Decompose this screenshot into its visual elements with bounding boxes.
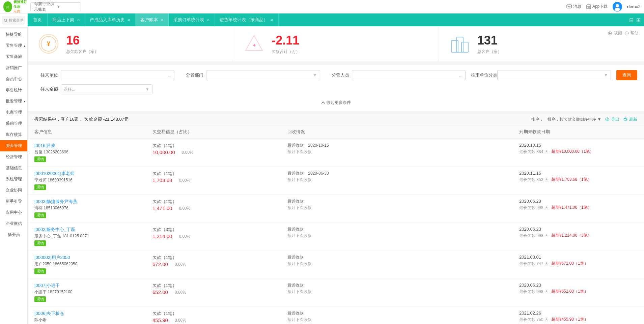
svg-text:?: ? bbox=[626, 32, 627, 35]
sidebar-item-free-member[interactable]: 畅会员 bbox=[0, 229, 27, 240]
stat-info-total-debt: -2.11 欠款合计（万） bbox=[272, 33, 428, 55]
customer-tag: 现销 bbox=[34, 212, 46, 218]
sort-select[interactable]: 排序：按欠款金额倒序排序 ▼ bbox=[548, 117, 601, 122]
collapse-label: 收起更多条件 bbox=[327, 100, 351, 106]
tab-stock-stats-label: 进货单统计表（按商品） bbox=[220, 17, 268, 23]
tab-product-stock-history-label: 产成品入库单历史 bbox=[90, 17, 125, 23]
svg-point-7 bbox=[615, 8, 620, 11]
tab-product-stock-history-close[interactable]: ✕ bbox=[128, 18, 131, 22]
overdue-days: 最长欠款 998 天 bbox=[519, 289, 549, 295]
tabs-end-area: ⊟ ⊞ bbox=[626, 13, 644, 26]
sidebar-item-quick-nav[interactable]: 快捷导航 bbox=[0, 29, 27, 40]
due-date: 2021.03.01 bbox=[519, 255, 637, 260]
tab-minimize-btn[interactable]: ⊟ bbox=[629, 17, 634, 23]
store-selector[interactable]: 母婴行业演示账套 ▼ bbox=[30, 2, 81, 11]
top-right-area: 消息 App App下载 demo2 bbox=[566, 2, 641, 11]
sidebar-item-batch-mgmt[interactable]: 批发管理 bbox=[0, 96, 27, 107]
sidebar-item-basic-info[interactable]: 基础信息 bbox=[0, 163, 27, 174]
debt-info-cell: 欠款（1笔） 1,703.68 0.00% bbox=[152, 171, 287, 183]
sidebar-item-app-center[interactable]: 应用中心 bbox=[0, 207, 27, 218]
tab-purchase-order-stats[interactable]: 采购订单统计表 ✕ bbox=[169, 13, 215, 26]
stat-info-total-customers: 131 总客户（家） bbox=[477, 33, 634, 55]
due-date-cell: 2020.06.23 最长欠款 998 天 超期¥1,471.00（1笔） bbox=[519, 199, 637, 211]
tab-home[interactable]: 首页 bbox=[28, 13, 48, 26]
sidebar-item-finance[interactable]: 资金管理 bbox=[0, 140, 27, 151]
overdue-days: 最长欠款 853 天 bbox=[519, 177, 549, 183]
filter-select-balance[interactable]: 选择... ▼ bbox=[61, 84, 152, 94]
overdue-amount-link[interactable]: 超期¥1,214.00（3笔） bbox=[551, 233, 592, 238]
sidebar-item-system[interactable]: 系统管理 bbox=[0, 174, 27, 185]
debt-count: 欠款（1笔） bbox=[152, 255, 287, 261]
sidebar-item-retail-mall[interactable]: 零售商城 bbox=[0, 51, 27, 62]
filter-item-balance: 往来余额 选择... ▼ bbox=[34, 84, 152, 94]
video-btn[interactable]: 视频 bbox=[608, 30, 622, 36]
sidebar-item-ecommerce[interactable]: 电商管理 bbox=[0, 107, 27, 118]
filter-input-unit[interactable]: ... bbox=[61, 70, 174, 80]
sidebar-search-btn[interactable]: 搜索菜单 bbox=[2, 16, 25, 25]
user-avatar[interactable] bbox=[613, 2, 622, 11]
filter-input-unit-type[interactable]: ▼ bbox=[497, 70, 611, 80]
sidebar-item-retail-mgmt[interactable]: 零售管理 bbox=[0, 40, 27, 51]
sidebar-item-inventory[interactable]: 库存核算 bbox=[0, 129, 27, 140]
tab-stock-stats[interactable]: 进货单统计表（按商品） ✕ bbox=[215, 13, 279, 26]
main-layout: 搜索菜单 快捷导航 零售管理 零售商城 营销推广 会员中心 零售统计 批发管理 … bbox=[0, 13, 644, 324]
sidebar-item-operations[interactable]: 经营管理 bbox=[0, 151, 27, 163]
data-table: 客户信息 欠交易信息（占比） 回收情况 到期未收款日期 [0016]吕俊 吕俊 … bbox=[28, 125, 644, 324]
sidebar-item-new-guide[interactable]: 新手引导 bbox=[0, 196, 27, 207]
overdue-amount-link[interactable]: 超期¥672.00（1笔） bbox=[551, 261, 588, 266]
collapse-btn[interactable]: 收起更多条件 bbox=[321, 100, 351, 106]
customer-info-cell: [0007]小进干 小进干 18279152100 现销 bbox=[34, 283, 152, 302]
tab-products-listing-close[interactable]: ✕ bbox=[77, 18, 80, 22]
sidebar-item-retail-stats[interactable]: 零售统计 bbox=[0, 85, 27, 96]
due-date: 2020.11.15 bbox=[519, 171, 637, 176]
svg-rect-2 bbox=[567, 5, 571, 8]
customer-phone: 吕俊 13026203696 bbox=[34, 149, 152, 155]
customer-name-link[interactable]: [0006]去下粮仓 bbox=[34, 311, 64, 316]
debt-ratio: 0.00% bbox=[179, 234, 190, 239]
customer-info-cell: [0016]吕俊 吕俊 13026203696 现销 bbox=[34, 143, 152, 162]
customer-name-link[interactable]: [0003]畅捷服务尹海燕 bbox=[34, 199, 77, 204]
overdue-amount-link[interactable]: 超期¥455.90（1笔） bbox=[551, 317, 588, 322]
search-button[interactable]: 查询 bbox=[616, 70, 637, 80]
svg-line-9 bbox=[6, 21, 7, 22]
overdue-amount-link[interactable]: 超期¥652.00（1笔） bbox=[551, 289, 588, 294]
debt-ratio: 0.00% bbox=[175, 262, 186, 267]
tab-stock-stats-close[interactable]: ✕ bbox=[271, 18, 274, 22]
customer-name-link[interactable]: [000002]用户2050 bbox=[34, 255, 70, 260]
filter-input-person[interactable]: ... bbox=[352, 70, 466, 80]
filter-dept-arrow: ▼ bbox=[313, 73, 317, 78]
export-btn[interactable]: 导出 bbox=[605, 117, 619, 122]
sidebar-item-purchase[interactable]: 采购管理 bbox=[0, 118, 27, 129]
stat-card-total-customers: 131 总客户（家） 视频 ? 帮助 bbox=[439, 26, 644, 61]
filter-label-person: 分管人员 bbox=[326, 72, 349, 78]
stat-icon-total-debt: ✦ bbox=[243, 33, 265, 55]
customer-name-link[interactable]: [0007]小进干 bbox=[34, 283, 60, 288]
overdue-amount-link[interactable]: 超期¥10,000.00（1笔） bbox=[551, 149, 594, 154]
tab-customer-accounts-close[interactable]: ✕ bbox=[161, 18, 164, 22]
sidebar-item-enterprise-wechat[interactable]: 企业微信 bbox=[0, 218, 27, 229]
tab-purchase-order-stats-close[interactable]: ✕ bbox=[207, 18, 210, 22]
app-download-btn[interactable]: App App下载 bbox=[586, 4, 608, 9]
filter-input-dept[interactable]: ▼ bbox=[206, 70, 320, 80]
message-btn[interactable]: 消息 bbox=[566, 4, 581, 9]
customer-name-link[interactable]: [0002]服务中心_丁磊 bbox=[34, 227, 75, 232]
tab-product-stock-history[interactable]: 产成品入库单历史 ✕ bbox=[85, 13, 136, 26]
tab-customer-accounts[interactable]: 客户账本 ✕ bbox=[136, 13, 169, 26]
refresh-btn[interactable]: 刷新 bbox=[623, 117, 637, 122]
tab-products-listing[interactable]: 商品上下架 ✕ bbox=[48, 13, 85, 26]
sidebar-item-member[interactable]: 会员中心 bbox=[0, 73, 27, 85]
sidebar-item-enterprise[interactable]: 企业协同 bbox=[0, 185, 27, 196]
table-row: [0002]服务中心_丁磊 服务中心_丁磊 181 0125 8371 现销 欠… bbox=[28, 223, 644, 251]
customer-name-link[interactable]: [0001020001]李老师 bbox=[34, 171, 75, 176]
user-name[interactable]: demo2 bbox=[627, 4, 641, 9]
customer-name-link[interactable]: [0016]吕俊 bbox=[34, 143, 55, 148]
due-date-cell: 2020.06.23 最长欠款 998 天 超期¥652.00（1笔） bbox=[519, 283, 637, 295]
tab-maximize-btn[interactable]: ⊞ bbox=[636, 17, 641, 23]
overdue-amount-link[interactable]: 超期¥1,703.68（1笔） bbox=[551, 177, 592, 182]
due-date: 2021.02.26 bbox=[519, 311, 637, 316]
return-info-cell: 最近收款 预计下次收款 bbox=[287, 199, 519, 211]
help-btn[interactable]: ? 帮助 bbox=[625, 30, 639, 36]
overdue-amount-link[interactable]: 超期¥1,471.00（1笔） bbox=[551, 205, 592, 210]
sidebar-item-marketing[interactable]: 营销推广 bbox=[0, 62, 27, 73]
filter-row-1: 往来单位 ... 分管部门 ▼ bbox=[34, 70, 637, 80]
